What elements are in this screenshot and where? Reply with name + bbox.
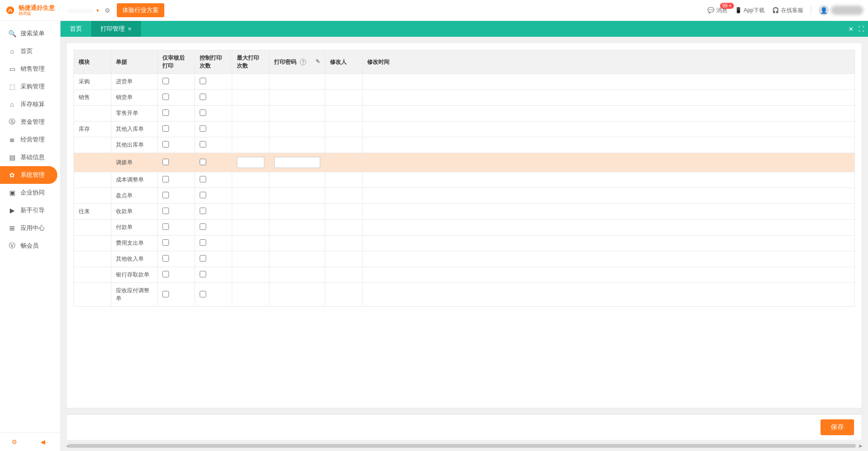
cell-module — [74, 172, 111, 188]
audit-checkbox[interactable] — [162, 239, 169, 246]
sidebar-item-7[interactable]: ▤基础信息 — [0, 148, 60, 166]
cell-doc: 收款单 — [111, 204, 158, 220]
sidebar-item-label: 资金管理 — [20, 118, 45, 126]
control-checkbox[interactable] — [200, 78, 206, 84]
control-checkbox[interactable] — [200, 94, 206, 100]
cell-password — [269, 121, 325, 137]
audit-checkbox[interactable] — [162, 192, 169, 198]
scrollbar-thumb[interactable] — [68, 444, 856, 448]
sidebar-item-2[interactable]: ▭销售管理 — [0, 60, 60, 78]
sidebar-item-5[interactable]: Ⓢ资金管理 — [0, 113, 60, 131]
company-selector[interactable]: —— —— ▾ — [67, 7, 99, 14]
audit-checkbox[interactable] — [162, 176, 169, 182]
cell-audit-only — [158, 172, 195, 188]
horizontal-scrollbar[interactable]: ◀ ▶ — [67, 444, 861, 448]
control-checkbox[interactable] — [200, 192, 206, 198]
sidebar-item-9[interactable]: ▣企业协同 — [0, 184, 60, 202]
table-row: 往来收款单 — [74, 204, 855, 220]
sidebar-item-1[interactable]: ⌂首页 — [0, 42, 60, 60]
sidebar-icon: Ⓥ — [8, 242, 16, 250]
control-checkbox[interactable] — [200, 291, 206, 297]
audit-checkbox[interactable] — [162, 159, 169, 165]
col-module: 模块 — [74, 50, 111, 74]
audit-checkbox[interactable] — [162, 109, 169, 116]
cell-max-count — [232, 267, 269, 283]
control-checkbox[interactable] — [200, 208, 206, 214]
sidebar-item-12[interactable]: Ⓥ畅会员 — [0, 237, 60, 255]
cell-modifier — [325, 251, 363, 267]
col-doc: 单据 — [111, 50, 158, 74]
logo: 畅捷通好生意 精易版 — [5, 5, 63, 16]
sidebar-item-6[interactable]: ≣经营管理 — [0, 131, 60, 148]
messages-link[interactable]: 💬 消息 99 + — [707, 7, 727, 14]
sidebar-item-10[interactable]: ▶新手引导 — [0, 202, 60, 219]
audit-checkbox[interactable] — [162, 271, 169, 277]
control-checkbox[interactable] — [200, 141, 206, 148]
save-button[interactable]: 保存 — [821, 419, 854, 435]
user-menu[interactable]: 👤 — [819, 5, 863, 15]
sidebar-item-label: 销售管理 — [20, 65, 45, 73]
control-checkbox[interactable] — [200, 159, 206, 165]
app-download-link[interactable]: 📱 App下载 — [735, 7, 765, 14]
cell-max-count — [232, 220, 269, 236]
cell-audit-only — [158, 220, 195, 236]
cell-audit-only — [158, 153, 195, 172]
main-area: 首页打印管理✕ ✕ ⛶ 模块 单据 仅审核后打印 — [61, 21, 868, 451]
audit-checkbox[interactable] — [162, 208, 169, 214]
cell-module — [74, 188, 111, 204]
sidebar-item-4[interactable]: ⌂库存核算 — [0, 95, 60, 113]
cell-modify-time — [363, 251, 855, 267]
password-input[interactable] — [274, 157, 320, 168]
control-checkbox[interactable] — [200, 271, 206, 277]
cell-password — [269, 153, 325, 172]
cell-password — [269, 204, 325, 220]
logo-icon — [5, 5, 16, 16]
gear-icon[interactable]: ⚙ — [105, 7, 110, 14]
tab-0[interactable]: 首页 — [61, 21, 91, 37]
max-count-input[interactable] — [237, 157, 264, 168]
cell-modifier — [325, 106, 363, 121]
audit-checkbox[interactable] — [162, 255, 169, 262]
table-row: 费用支出单 — [74, 236, 855, 251]
cell-modify-time — [363, 267, 855, 283]
fullscreen-icon[interactable]: ⛶ — [858, 26, 864, 33]
control-checkbox[interactable] — [200, 176, 206, 182]
tab-close-all-icon[interactable]: ✕ — [848, 26, 854, 33]
cell-password — [269, 267, 325, 283]
sidebar-item-0[interactable]: 🔍搜索菜单 — [0, 25, 60, 42]
audit-checkbox[interactable] — [162, 125, 169, 132]
cell-module — [74, 137, 111, 153]
cell-modify-time — [363, 236, 855, 251]
edit-icon[interactable]: ✎ — [316, 58, 320, 65]
collapse-icon[interactable]: ◀·· — [40, 438, 48, 445]
audit-checkbox[interactable] — [162, 94, 169, 100]
scroll-right-icon[interactable]: ▶ — [859, 444, 862, 448]
audit-checkbox[interactable] — [162, 291, 169, 297]
sidebar-item-3[interactable]: ⬚采购管理 — [0, 78, 60, 95]
help-icon[interactable]: ? — [300, 59, 306, 65]
sidebar-item-11[interactable]: ⊞应用中心 — [0, 219, 60, 237]
cell-module: 销售 — [74, 90, 111, 106]
online-service-link[interactable]: 🎧 在线客服 — [772, 7, 803, 14]
control-checkbox[interactable] — [200, 255, 206, 262]
audit-checkbox[interactable] — [162, 223, 169, 230]
control-checkbox[interactable] — [200, 239, 206, 246]
industry-plan-button[interactable]: 体验行业方案 — [117, 3, 164, 17]
audit-checkbox[interactable] — [162, 78, 169, 84]
settings-icon[interactable]: ⚙ — [12, 438, 17, 445]
sidebar-item-8[interactable]: ✿系统管理 — [0, 166, 57, 184]
table-row: 应收应付调整单 — [74, 283, 855, 307]
control-checkbox[interactable] — [200, 109, 206, 116]
cell-modifier — [325, 236, 363, 251]
cell-audit-only — [158, 188, 195, 204]
cell-doc: 零售开单 — [111, 106, 158, 121]
table-row: 其他出库单 — [74, 137, 855, 153]
cell-max-count — [232, 188, 269, 204]
cell-max-count — [232, 90, 269, 106]
control-checkbox[interactable] — [200, 223, 206, 230]
cell-module — [74, 153, 111, 172]
control-checkbox[interactable] — [200, 125, 206, 132]
audit-checkbox[interactable] — [162, 141, 169, 148]
close-icon[interactable]: ✕ — [128, 26, 132, 32]
tab-1[interactable]: 打印管理✕ — [91, 21, 141, 37]
